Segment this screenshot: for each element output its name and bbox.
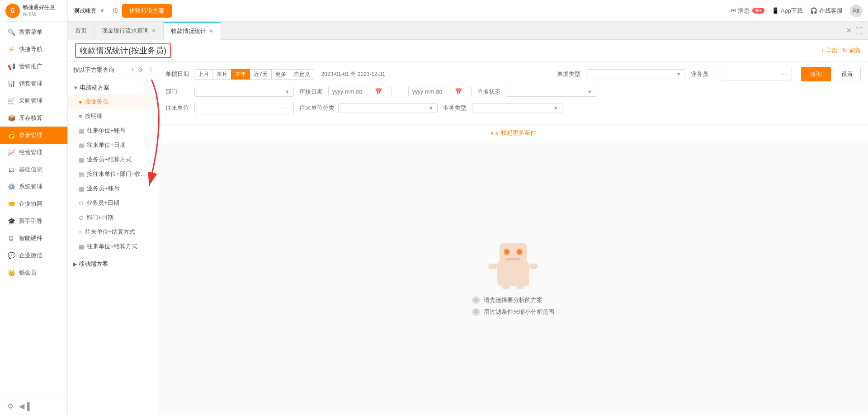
date-tab-this-year[interactable]: 本年 [231,69,250,80]
finance-icon: 💰 [7,131,15,139]
staff-field: 业务员 ··· [691,68,792,80]
tab-receipts-stat[interactable]: 收款情况统计 ✕ [164,22,221,40]
tab-fullscreen-icon[interactable]: ⛶ [855,27,863,35]
messages-button[interactable]: ✉ 消息 99+ [731,7,764,15]
date-tab-this-month[interactable]: 本月 [212,69,231,80]
scheme-item-staff-date[interactable]: ⊙ 业务员+日期 [68,196,158,210]
sidebar-item-wechat[interactable]: 💬 企业微信 [0,247,67,264]
logo-badge: 标准版 [23,11,55,17]
voucher-date-field: 单据日期 上月 本月 本年 近7天 更多 自定义 2023-01-01 至 20… [165,69,385,80]
logo-name: 畅捷通好生意 [23,4,55,11]
svg-rect-11 [516,284,524,289]
refresh-button[interactable]: ↻ 刷新 [842,47,861,55]
sidebar-label-marketing: 营销推广 [19,62,42,71]
action-buttons: 查询 设置 [801,67,861,81]
sidebar-item-operations[interactable]: 📈 经营管理 [0,144,67,161]
review-date-from-input[interactable] [332,89,373,95]
settings-button[interactable]: 设置 [834,67,861,81]
search-icon: 🔍 [7,28,15,36]
scheme-item-unit-dept[interactable]: ▦ 按往来单位+部门+收... [68,167,158,181]
sidebar-item-system[interactable]: ⚙️ 系统管理 [0,178,67,195]
scheme-item-dept-date[interactable]: ⊙ 部门+日期 [68,210,158,225]
export-button[interactable]: ↑ 导出 [821,47,838,55]
voucher-status-select[interactable]: ▼ [506,87,596,97]
header-gear-icon[interactable]: ⚙ [112,6,118,15]
scheme-item-staff-settlement[interactable]: ▦ 业务员+结算方式 [68,152,158,167]
query-button[interactable]: 查询 [801,67,831,81]
add-scheme-button[interactable]: + [131,66,135,74]
footer-collapse-icon[interactable]: ◀▐ [19,402,29,410]
scheme-item-unit-date[interactable]: ▦ 往来单位+日期 [68,138,158,152]
desktop-group-toggle[interactable]: ▼ 电脑端方案 [68,81,158,94]
business-type-label: 业务类型 [443,104,468,112]
page-header: 收款情况统计(按业务员) ↑ 导出 ↻ 刷新 [68,40,868,61]
dept-select[interactable]: ▼ [194,87,294,97]
sidebar-item-quicknav[interactable]: ⚡ 快捷导航 [0,41,67,58]
counterpart-label: 往来单位 [165,104,191,112]
tab-home-label: 首页 [75,27,87,35]
calendar-to-icon[interactable]: 📅 [455,88,462,95]
sidebar-item-sales[interactable]: 📊 销售管理 [0,75,67,92]
sidebar-item-inventory[interactable]: 📦 库存核算 [0,109,67,127]
counterpart-category-field: 往来单位分类 ▼ [299,103,438,113]
online-service-button[interactable]: 🎧 在线客服 [810,7,843,15]
review-date-to[interactable]: 📅 [408,86,472,97]
scheme-label-staff-date: 业务员+日期 [86,199,119,207]
sidebar-label-sales: 销售管理 [19,80,42,88]
date-tab-7days[interactable]: 近7天 [250,69,272,80]
counterpart-category-select[interactable]: ▼ [338,103,438,113]
voucher-type-field: 单据类型 ▼ [557,69,685,79]
scheme-item-by-detail[interactable]: ≡ 按明细 [68,109,158,123]
scheme-item-staff-account[interactable]: ▦ 业务员+账号 [68,181,158,196]
collapse-panel-button[interactable]: 《 [146,66,152,74]
empty-step-2: ② 用过滤条件来缩小分析范围 [472,308,554,316]
tab-close-all-icon[interactable]: ✕ [846,26,852,35]
mobile-group-toggle[interactable]: ▶ 移动端方案 [68,257,158,271]
sidebar-item-finance[interactable]: 💰 资金管理 [0,127,67,144]
sidebar-item-hardware[interactable]: 🖥 智能硬件 [0,230,67,247]
staff-select[interactable]: ··· [720,68,792,80]
scheme-settings-button[interactable]: ⚙ [137,66,143,74]
scheme-item-by-staff[interactable]: ● 按业务员 [68,94,158,109]
tab-bank-flow[interactable]: 现金银行流水查询 ✕ [94,22,164,40]
sidebar-item-newbie[interactable]: 🎓 新手引导 [0,212,67,230]
voucher-type-select[interactable]: ▼ [586,69,685,79]
sidebar-label-purchase: 采购管理 [19,97,42,105]
scheme-icon-dept-date: ⊙ [79,214,84,221]
sidebar-item-purchase[interactable]: 🛒 采购管理 [0,92,67,109]
sidebar-item-search[interactable]: 🔍 搜索菜单 [0,24,67,41]
tab-home[interactable]: 首页 [68,22,94,40]
trial-button[interactable]: 体验行业方案 [122,4,172,18]
workspace-selector[interactable]: 测试账套 ▼ [73,7,105,15]
sidebar-item-member[interactable]: 👑 畅会员 [0,264,67,281]
svg-rect-1 [497,261,529,286]
dept-dropdown-icon: ▼ [285,89,290,94]
scheme-icon-unit-settlement2: ▦ [79,243,84,250]
review-date-to-input[interactable] [412,89,453,95]
footer-settings-icon[interactable]: ⚙ [7,402,14,410]
counterpart-select[interactable]: ··· [194,102,294,114]
sidebar-item-enterprise[interactable]: 🤝 企业协同 [0,195,67,212]
mobile-group-label: 移动端方案 [79,260,108,268]
user-avatar[interactable]: Rit [850,5,863,17]
scheme-item-unit-settlement1[interactable]: ≡ 往来单位+结算方式 [68,225,158,239]
calendar-from-icon[interactable]: 📅 [375,88,382,95]
date-tab-custom[interactable]: 自定义 [290,69,314,80]
collapse-more-button[interactable]: ∧∧ 收起更多条件 [158,125,868,141]
svg-point-5 [505,250,509,254]
svg-point-6 [518,250,521,254]
review-date-label: 审核日期 [299,88,325,96]
sidebar-item-basics[interactable]: 🗂 基础信息 [0,161,67,178]
workspace-name: 测试账套 [73,7,97,15]
tab-bank-flow-close[interactable]: ✕ [151,28,156,34]
tab-receipts-stat-close[interactable]: ✕ [209,28,213,34]
review-date-from[interactable]: 📅 [328,86,392,97]
sidebar-label-search: 搜索菜单 [19,28,42,36]
business-type-select[interactable]: ▼ [472,103,562,113]
date-tab-more[interactable]: 更多 [271,69,290,80]
sidebar-item-marketing[interactable]: 📢 营销推广 [0,58,67,75]
scheme-item-unit-settlement2[interactable]: ▦ 往来单位+结算方式 [68,239,158,254]
scheme-item-unit-account[interactable]: ▦ 往来单位+账号 [68,123,158,138]
date-tab-last-month[interactable]: 上月 [194,69,213,80]
app-download-button[interactable]: 📱 App下载 [772,7,803,15]
